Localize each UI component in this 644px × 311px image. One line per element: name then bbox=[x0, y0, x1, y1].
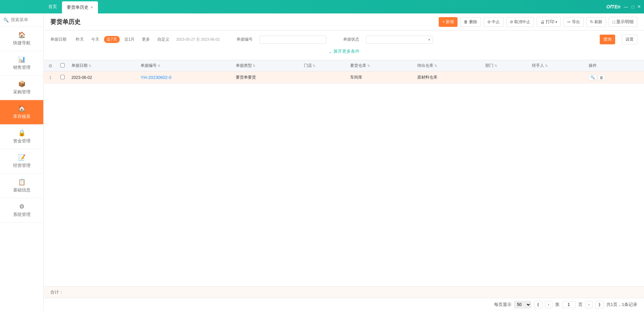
sidebar-search-item[interactable]: 🔍 搜索菜单 bbox=[0, 13, 43, 27]
cancel-stop-button[interactable]: ⊘ 取消中止 bbox=[506, 17, 534, 27]
filter-row-1: 单据日期 昨天 今天 近7天 近1月 更多 自定义 2023-05-27 至 2… bbox=[50, 35, 637, 44]
query-button[interactable]: 查询 bbox=[600, 35, 615, 44]
column-order-type[interactable]: 单据类型 bbox=[232, 60, 301, 72]
date-option-custom[interactable]: 自定义 bbox=[155, 36, 172, 43]
sidebar-search-label: 搜索菜单 bbox=[11, 17, 28, 23]
total-label: 合计： bbox=[50, 289, 63, 295]
tab-requisition-history[interactable]: 要货单历史 × bbox=[62, 1, 98, 13]
prev-page-btn[interactable]: ‹ bbox=[545, 301, 552, 308]
cell-store bbox=[301, 72, 347, 84]
column-order-no[interactable]: 单据编号 bbox=[137, 60, 232, 72]
sidebar-item-fund-label: 资金管理 bbox=[13, 138, 31, 144]
search-icon: 🔍 bbox=[3, 17, 9, 23]
sidebar-item-quick-nav[interactable]: 🏠 快捷导航 bbox=[0, 27, 43, 51]
row-view-btn[interactable]: 🔍 bbox=[589, 74, 597, 81]
chevron-down-icon: ⌄ bbox=[328, 49, 332, 54]
new-button[interactable]: + 新增 bbox=[439, 17, 458, 27]
date-option-today[interactable]: 今天 bbox=[89, 36, 102, 43]
purchase-icon: 📦 bbox=[18, 80, 25, 88]
page-size-select[interactable]: 10 20 50 100 bbox=[514, 301, 531, 308]
sidebar-item-operations-mgmt[interactable]: 📝 经营管理 bbox=[0, 149, 43, 174]
column-date[interactable]: 单据日期 bbox=[68, 60, 137, 72]
brand-label: OfTEn bbox=[606, 4, 621, 9]
sidebar-item-purchase-mgmt[interactable]: 📦 采购管理 bbox=[0, 76, 43, 100]
select-all-checkbox[interactable] bbox=[60, 63, 65, 68]
refresh-button[interactable]: ↻ 刷新 bbox=[586, 17, 606, 27]
first-page-btn[interactable]: ⟪ bbox=[534, 301, 542, 308]
order-no-input[interactable] bbox=[259, 36, 326, 44]
tab-requisition-history-label: 要货单历史 bbox=[67, 4, 89, 10]
operations-icon: 📝 bbox=[18, 154, 25, 161]
column-department[interactable]: 部门 bbox=[482, 60, 529, 72]
column-settings[interactable]: ⚙ bbox=[44, 60, 57, 72]
data-table: ⚙ 单据日期 单据编号 单据类型 门店 要货仓库 待出仓库 部门 经手人 操 bbox=[44, 60, 644, 84]
export-button[interactable]: ⇨ 导出 bbox=[564, 17, 583, 27]
sidebar-item-basic-info-label: 基础信息 bbox=[13, 187, 31, 193]
system-icon: ⚙ bbox=[19, 203, 24, 210]
row-delete-btn[interactable]: 🗑 bbox=[598, 75, 605, 81]
cell-date: 2023-06-02 bbox=[68, 72, 137, 84]
sidebar-item-purchase-label: 采购管理 bbox=[13, 89, 31, 95]
page-number-input[interactable] bbox=[562, 301, 576, 308]
column-handler[interactable]: 经手人 bbox=[529, 60, 585, 72]
print-dropdown-icon: ▾ bbox=[555, 20, 557, 24]
sidebar-item-basic-info[interactable]: 📋 基础信息 bbox=[0, 174, 43, 198]
tab-home[interactable]: 首页 bbox=[44, 0, 62, 13]
expand-more-label: 展开更多条件 bbox=[333, 48, 360, 54]
status-select[interactable] bbox=[366, 36, 433, 44]
print-button[interactable]: 🖨 打印 ▾ bbox=[537, 17, 561, 27]
window-minimize-btn[interactable]: — bbox=[624, 4, 628, 9]
column-store[interactable]: 门店 bbox=[301, 60, 347, 72]
sidebar-item-inventory-calc[interactable]: 🏠 库存核算 bbox=[0, 100, 43, 125]
column-actions: 操作 bbox=[585, 60, 644, 72]
date-option-last1month[interactable]: 近1月 bbox=[122, 36, 138, 43]
order-no-link[interactable]: YH-20230602-0 bbox=[141, 75, 171, 80]
display-detail-button[interactable]: □ 显示明细 bbox=[609, 17, 637, 27]
date-option-last7days[interactable]: 近7天 bbox=[104, 36, 120, 43]
row-checkbox[interactable] bbox=[60, 75, 65, 79]
page-prefix-label: 第 bbox=[555, 302, 559, 308]
home-icon: 🏠 bbox=[18, 31, 25, 39]
sales-icon: 📊 bbox=[18, 56, 25, 63]
date-option-yesterday[interactable]: 昨天 bbox=[73, 36, 87, 43]
column-req-warehouse[interactable]: 要货仓库 bbox=[347, 60, 414, 72]
sidebar-item-system-label: 系统管理 bbox=[13, 212, 31, 218]
cell-checkbox bbox=[57, 72, 68, 84]
table-header: ⚙ 单据日期 单据编号 单据类型 门店 要货仓库 待出仓库 部门 经手人 操 bbox=[44, 60, 644, 72]
expand-more-btn[interactable]: ⌄ 展开更多条件 bbox=[50, 47, 637, 56]
date-options: 昨天 今天 近7天 近1月 更多 自定义 2023-05-27 至 2023-0… bbox=[73, 36, 220, 43]
print-label: 打印 bbox=[546, 19, 554, 25]
next-page-btn[interactable]: › bbox=[585, 301, 593, 308]
date-option-more[interactable]: 更多 bbox=[139, 36, 153, 43]
delete-button[interactable]: 🗑 删除 bbox=[460, 17, 481, 27]
settings-gear-icon[interactable]: ⚙ bbox=[48, 63, 53, 69]
basic-info-icon: 📋 bbox=[18, 178, 25, 186]
sidebar-item-inventory-label: 库存核算 bbox=[13, 114, 31, 120]
cell-req-warehouse: 车间库 bbox=[347, 72, 414, 84]
sidebar-item-fund-mgmt[interactable]: 🔒 资金管理 bbox=[0, 125, 43, 149]
sidebar-item-quick-nav-label: 快捷导航 bbox=[13, 40, 31, 46]
window-close-btn[interactable]: × bbox=[638, 4, 641, 10]
table-area: ⚙ 单据日期 单据编号 单据类型 门店 要货仓库 待出仓库 部门 经手人 操 bbox=[44, 60, 644, 286]
cell-row-num: 1 bbox=[44, 72, 57, 84]
page-size-label: 每页显示 bbox=[494, 302, 512, 308]
column-pending-warehouse[interactable]: 待出仓库 bbox=[414, 60, 482, 72]
cell-order-type: 要货单要货 bbox=[232, 72, 301, 84]
stop-button[interactable]: ⊘ 中止 bbox=[484, 17, 503, 27]
sidebar-item-sales-mgmt[interactable]: 📊 销售管理 bbox=[0, 51, 43, 76]
sidebar-item-system-mgmt[interactable]: ⚙ 系统管理 bbox=[0, 198, 43, 223]
cell-actions: 🔍 🗑 bbox=[585, 72, 644, 84]
row-actions: 🔍 🗑 bbox=[589, 74, 641, 81]
cell-handler bbox=[529, 72, 585, 84]
top-bar-right: OfTEn — □ × bbox=[606, 4, 641, 10]
window-maximize-btn[interactable]: □ bbox=[632, 4, 634, 9]
display-detail-label: 显示明细 bbox=[616, 19, 634, 25]
settings-button[interactable]: 设置 bbox=[622, 35, 637, 44]
page-title: 要货单历史 bbox=[50, 18, 80, 26]
last-page-btn[interactable]: ⟫ bbox=[595, 301, 604, 308]
total-records-label: 共1页，1条记录 bbox=[606, 302, 637, 308]
tab-close-icon[interactable]: × bbox=[91, 5, 93, 10]
date-range-display: 2023-05-27 至 2023-06-02 bbox=[176, 37, 220, 42]
page-suffix-label: 页 bbox=[578, 302, 583, 308]
inventory-icon: 🏠 bbox=[18, 105, 25, 112]
